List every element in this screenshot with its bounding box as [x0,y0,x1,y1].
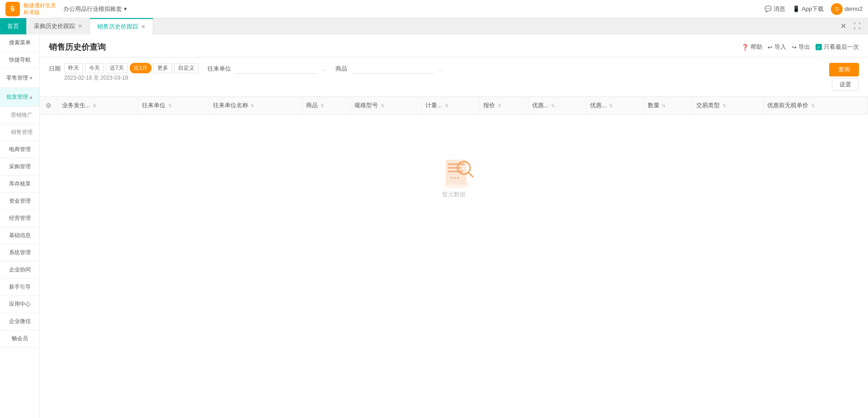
sidebar-item-business-mgmt[interactable]: 经营管理 [0,210,39,227]
table-header-quote[interactable]: 报价 ⇅ [480,97,528,114]
export-button[interactable]: ↪ 导出 [792,43,810,51]
partner-dots-button[interactable]: ... [321,65,326,72]
date-btn-today[interactable]: 今天 [85,63,104,73]
sort-icon: ⇅ [93,103,96,108]
sort-icon: ⇅ [321,103,324,108]
date-range-text: 2023-02-18 至 2023-03-18 [64,74,198,82]
sidebar-item-enterprise-collab[interactable]: 企业协同 [0,261,39,279]
sidebar-item-wholesale-mgmt[interactable]: 批发管理 ▲ [0,88,39,107]
sidebar-item-label: 采购管理 [9,163,31,171]
import-button[interactable]: ↩ 导入 [768,43,786,51]
sidebar-item-sales-mgmt[interactable]: 销售管理 [0,124,39,141]
svg-rect-4 [448,171,463,172]
date-btn-1month[interactable]: 近1月 [130,63,152,73]
partner-input[interactable] [235,63,318,74]
table-header-trade-type[interactable]: 交易类型 ⇅ [693,97,764,114]
table-header-quantity[interactable]: 数量 ⇅ [644,97,692,114]
topbar-left: 6 畅捷通好生意 标准版 办公用品行业模拟账套 ▾ [5,2,131,16]
chevron-down-icon: ▾ [124,5,127,12]
app-logo: 6 [5,2,20,16]
table-header-product[interactable]: 商品 ⇅ [302,97,350,114]
partner-filter-group: 往来单位 ... [208,63,326,74]
table-header-spec[interactable]: 规格型号 ⇅ [351,97,422,114]
sidebar-item-search-menu[interactable]: 搜索菜单 [0,34,39,52]
svg-point-9 [457,177,459,179]
table-header-pre-tax-price[interactable]: 优惠前无税单价 ⇅ [764,97,868,114]
close-tab-button[interactable]: ✕ [839,21,848,31]
svg-point-8 [454,177,456,179]
query-button[interactable]: 查询 [829,63,859,76]
sidebar-item-quick-nav[interactable]: 快捷导航 [0,52,39,69]
chevron-up-icon: ▲ [29,95,33,100]
tab-sales[interactable]: 销售历史价跟踪 ✕ [90,18,153,34]
date-btn-7days[interactable]: 近7天 [106,63,128,73]
no-data-illustration [436,151,476,191]
export-icon: ↪ [792,44,797,51]
sidebar-item-label: 库存核算 [9,180,31,188]
table-header-partner-name[interactable]: 往来单位名称 ⇅ [209,97,302,114]
table-header-biz-date[interactable]: 业务发生... ⇅ [58,97,138,114]
sidebar-item-system-mgmt[interactable]: 系统管理 [0,244,39,261]
settings-button[interactable]: 设置 [832,78,859,91]
sidebar-item-label: 经营管理 [9,214,31,222]
date-btn-more[interactable]: 更多 [153,63,172,73]
sidebar-item-inventory[interactable]: 库存核算 [0,176,39,193]
page-title: 销售历史价查询 [49,42,106,52]
checkbox-icon: ✓ [816,44,822,50]
tab-purchase-close[interactable]: ✕ [78,23,82,29]
sidebar-item-retail-mgmt[interactable]: 零售管理 ▼ [0,69,39,88]
sidebar-item-label: 快捷导航 [9,56,31,64]
tab-purchase[interactable]: 采购历史价跟踪 ✕ [27,18,90,34]
table-header-gear[interactable]: ⚙ [40,97,58,114]
product-dots-button[interactable]: ... [438,65,443,72]
sidebar-item-app-center[interactable]: 应用中心 [0,296,39,313]
sidebar-item-vip-member[interactable]: 畅会员 [0,330,39,347]
maximize-button[interactable]: ⛶ [852,21,863,31]
sidebar-item-purchase-mgmt[interactable]: 采购管理 [0,158,39,176]
sidebar-item-ecommerce-mgmt[interactable]: 电商管理 [0,141,39,158]
table-header-discount1[interactable]: 优惠... ⇅ [528,97,586,114]
message-button[interactable]: 💬 消息 [764,5,785,13]
sort-icon: ⇅ [168,103,172,108]
sort-icon: ⇅ [609,103,613,108]
table-header-discount2[interactable]: 优惠... ⇅ [586,97,644,114]
tab-home[interactable]: 首页 [0,18,27,34]
product-input[interactable] [351,63,434,74]
help-button[interactable]: ❓ 帮助 [741,43,762,51]
help-icon: ❓ [741,44,749,51]
sort-icon: ⇅ [445,103,448,108]
date-btn-custom[interactable]: 自定义 [174,63,198,73]
tab-purchase-label: 采购历史价跟踪 [34,22,75,30]
sidebar-item-label: 销售管理 [11,128,33,136]
table-header-unit[interactable]: 计量... ⇅ [422,97,480,114]
sort-icon: ⇅ [498,103,501,108]
sidebar-item-new-user-guide[interactable]: 新手引导 [0,279,39,296]
only-last-checkbox[interactable]: ✓ 只看最后一次 [816,43,859,51]
table-header-partner-code[interactable]: 往来单位 ⇅ [138,97,209,114]
sidebar-item-marketing[interactable]: 营销推广 [0,107,39,124]
date-btn-yesterday[interactable]: 昨天 [64,63,83,73]
partner-input-group: ... [235,63,326,74]
brand-name: 畅捷通好生意 标准版 [24,2,56,15]
product-filter-group: 商品 ... [335,63,443,74]
sidebar-item-label: 搜索菜单 [9,39,31,47]
gear-icon[interactable]: ⚙ [46,102,52,109]
sidebar-item-label: 资金管理 [9,197,31,205]
svg-line-6 [468,172,473,177]
sidebar-item-label: 基础信息 [9,232,31,239]
topbar-right: 💬 消息 📱 App下载 D demo2 [764,3,863,15]
svg-rect-3 [448,167,461,169]
sidebar-item-label: 企业微信 [9,318,31,325]
sidebar-item-enterprise-wechat[interactable]: 企业微信 [0,313,39,330]
user-profile-button[interactable]: D demo2 [831,3,863,15]
tab-home-label: 首页 [7,22,19,30]
app-download-button[interactable]: 📱 App下载 [793,5,824,13]
tab-sales-close[interactable]: ✕ [141,24,146,30]
sidebar-item-label: 批发管理 [6,93,28,101]
sidebar-item-label: 畅会员 [12,335,28,342]
table-header-row: ⚙ 业务发生... ⇅ 往来单位 ⇅ 往来单位名称 ⇅ [40,97,868,114]
sidebar-item-basic-info[interactable]: 基础信息 [0,227,39,244]
sort-icon: ⇅ [722,103,726,108]
sidebar-item-finance-mgmt[interactable]: 资金管理 [0,193,39,210]
company-dropdown[interactable]: 办公用品行业模拟账套 ▾ [60,5,131,13]
